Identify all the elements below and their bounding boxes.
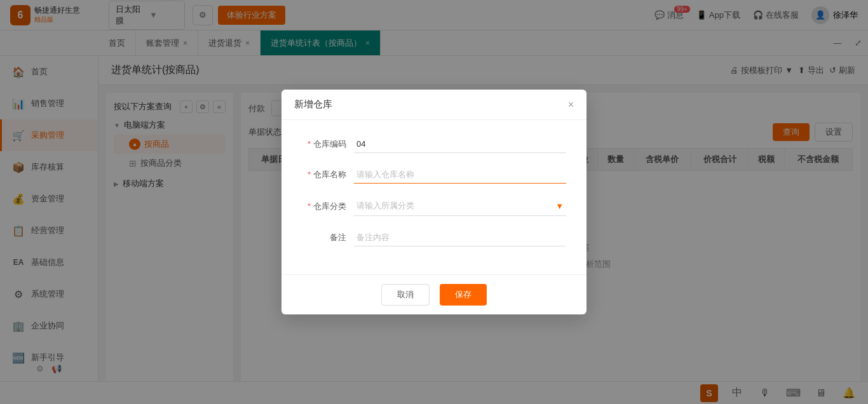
category-select[interactable]: 请输入所属分类 ▼: [354, 196, 566, 216]
form-row-category: 仓库分类 请输入所属分类 ▼: [302, 196, 566, 216]
code-label: 仓库编码: [302, 138, 346, 150]
dialog-close-button[interactable]: ×: [568, 99, 574, 111]
name-input[interactable]: [354, 166, 566, 184]
dialog-title: 新增仓库: [294, 98, 332, 111]
form-row-name: 仓库名称: [302, 166, 566, 184]
dialog-header: 新增仓库 ×: [281, 90, 587, 120]
category-arrow: ▼: [555, 201, 564, 211]
form-row-code: 仓库编码: [302, 135, 566, 153]
dialog-footer: 取消 保存: [281, 274, 587, 314]
cancel-button[interactable]: 取消: [381, 284, 430, 306]
code-input[interactable]: [354, 135, 566, 153]
save-button[interactable]: 保存: [440, 284, 487, 306]
category-placeholder: 请输入所属分类: [356, 200, 414, 212]
add-warehouse-dialog: 新增仓库 × 仓库编码 仓库名称 仓库分类 请输入所属分类 ▼: [281, 90, 587, 314]
dialog-body: 仓库编码 仓库名称 仓库分类 请输入所属分类 ▼ 备注: [281, 120, 587, 274]
name-label: 仓库名称: [302, 169, 346, 180]
modal-overlay[interactable]: 新增仓库 × 仓库编码 仓库名称 仓库分类 请输入所属分类 ▼: [0, 0, 868, 404]
form-row-note: 备注: [302, 229, 566, 246]
category-label: 仓库分类: [302, 201, 346, 212]
note-label: 备注: [302, 232, 346, 243]
note-input[interactable]: [354, 229, 566, 246]
